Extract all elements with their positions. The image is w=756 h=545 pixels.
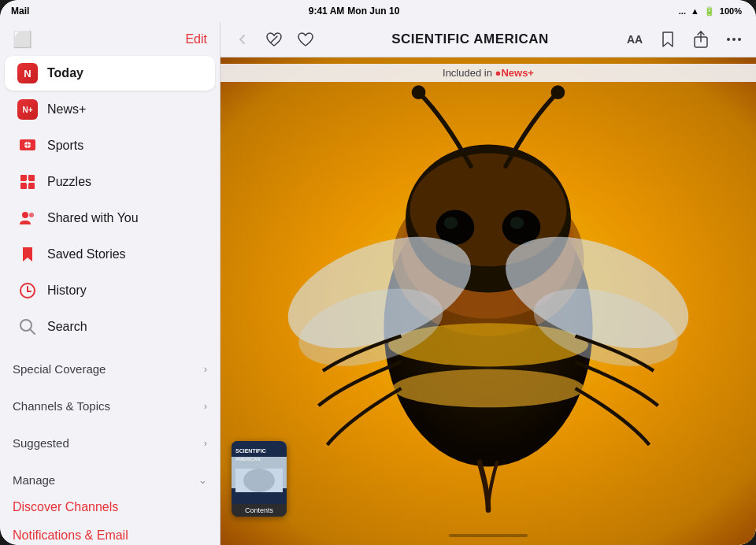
channels-topics-header[interactable]: Channels & Topics ›	[0, 391, 220, 419]
battery-icon: 🔋	[704, 6, 715, 17]
special-coverage-chevron: ›	[204, 363, 207, 375]
svg-point-33	[551, 85, 565, 99]
svg-point-18	[738, 38, 741, 41]
history-icon	[17, 280, 38, 301]
suggested-header[interactable]: Suggested ›	[0, 428, 220, 456]
sidebar-item-today[interactable]: N Today	[5, 56, 215, 91]
sidebar-item-today-label: Today	[47, 66, 83, 80]
bookmark-button[interactable]	[657, 28, 679, 50]
main-content: ⬜ Edit N Today N+ News+	[0, 22, 756, 545]
article-nav-left	[232, 28, 317, 50]
special-coverage-header[interactable]: Special Coverage ›	[0, 354, 220, 382]
sidebar-item-newsplus[interactable]: N+ News+	[5, 92, 215, 127]
search-icon	[17, 317, 38, 337]
saved-stories-icon	[17, 244, 38, 265]
sidebar-item-sports-label: Sports	[47, 139, 83, 153]
svg-point-32	[412, 85, 426, 99]
notifications-email-item[interactable]: Notifications & Email	[0, 521, 220, 545]
article-image: Included in ●News+ SCIENTIFIC AMERICAN	[220, 57, 756, 545]
back-button[interactable]	[232, 28, 254, 50]
wifi-icon: ▲	[691, 6, 699, 16]
news-plus-text: Included in	[443, 67, 492, 79]
edit-button[interactable]: Edit	[185, 32, 207, 46]
svg-point-25	[392, 369, 584, 408]
svg-rect-5	[28, 175, 35, 181]
svg-rect-8	[26, 180, 29, 184]
svg-rect-6	[20, 183, 27, 189]
more-button[interactable]	[723, 28, 745, 50]
article-body[interactable]: Included in ●News+ SCIENTIFIC AMERICAN	[220, 57, 756, 545]
news-plus-logo: ●News+	[495, 67, 534, 79]
article-nav-right: AA	[624, 28, 745, 50]
status-left: Mail	[11, 6, 29, 17]
font-size-label: AA	[627, 33, 643, 46]
manage-chevron: ⌄	[198, 474, 207, 486]
article-publication: Scientific American	[391, 32, 549, 46]
like-button[interactable]	[295, 28, 317, 50]
article-title-area: Scientific American	[317, 32, 624, 47]
sidebar: ⬜ Edit N Today N+ News+	[0, 22, 220, 545]
sidebar-item-history[interactable]: History	[5, 273, 215, 308]
dislike-button[interactable]	[263, 28, 285, 50]
svg-point-16	[727, 38, 730, 41]
discover-channels-label: Discover Channels	[13, 500, 118, 513]
status-date: Mon Jun 10	[347, 6, 399, 17]
svg-point-17	[732, 38, 736, 41]
special-coverage-label: Special Coverage	[13, 362, 106, 376]
status-bar: Mail 9:41 AM Mon Jun 10 ... ▲ 🔋 100%	[0, 0, 756, 22]
scroll-indicator	[449, 534, 528, 537]
svg-text:AMERICAN: AMERICAN	[235, 457, 261, 462]
puzzles-icon	[17, 172, 38, 192]
status-center: 9:41 AM Mon Jun 10	[309, 6, 400, 17]
channels-topics-chevron: ›	[204, 400, 207, 412]
suggested-chevron: ›	[204, 437, 207, 449]
sidebar-header: ⬜ Edit	[0, 22, 220, 55]
sidebar-item-saved-label: Saved Stories	[47, 247, 126, 261]
sidebar-item-puzzles-label: Puzzles	[47, 175, 91, 189]
shared-with-you-icon	[17, 208, 38, 228]
status-dots: ...	[679, 6, 686, 16]
sidebar-item-search[interactable]: Search	[5, 310, 215, 344]
bee-background	[220, 57, 756, 545]
svg-point-30	[444, 217, 458, 228]
font-size-button[interactable]: AA	[624, 28, 646, 50]
sidebar-item-history-label: History	[47, 284, 87, 298]
manage-header[interactable]: Manage ⌄	[0, 465, 220, 493]
thumbnail-overlay[interactable]: SCIENTIFIC AMERICAN Contents	[232, 441, 287, 517]
status-time: 9:41 AM	[309, 6, 345, 17]
share-button[interactable]	[690, 28, 712, 50]
svg-rect-7	[28, 183, 35, 189]
status-app: Mail	[11, 6, 29, 17]
thumbnail-image: SCIENTIFIC AMERICAN	[232, 441, 287, 504]
sidebar-item-search-label: Search	[47, 320, 87, 334]
battery-percent: 100%	[720, 6, 742, 16]
manage-label: Manage	[13, 473, 55, 487]
thumbnail-label: Contents	[232, 504, 287, 517]
sidebar-item-puzzles[interactable]: Puzzles	[5, 165, 215, 199]
article-area: Scientific American AA	[220, 22, 756, 545]
svg-point-43	[243, 469, 275, 492]
svg-rect-4	[20, 175, 27, 181]
suggested-label: Suggested	[13, 436, 69, 450]
svg-point-31	[510, 217, 524, 228]
folder-icon: ⬜	[13, 30, 32, 49]
sidebar-item-saved[interactable]: Saved Stories	[5, 237, 215, 272]
sidebar-item-newsplus-label: News+	[47, 102, 86, 117]
sidebar-item-sports[interactable]: Sports	[5, 128, 215, 163]
sidebar-item-shared[interactable]: Shared with You	[5, 201, 215, 235]
sidebar-item-shared-label: Shared with You	[47, 211, 139, 225]
svg-text:SCIENTIFIC: SCIENTIFIC	[235, 448, 266, 454]
status-right: ... ▲ 🔋 100%	[679, 6, 742, 17]
svg-line-14	[271, 36, 277, 43]
notifications-email-label: Notifications & Email	[13, 528, 128, 542]
sports-icon	[17, 135, 38, 156]
svg-point-10	[29, 213, 34, 217]
discover-channels-item[interactable]: Discover Channels	[0, 493, 220, 521]
svg-line-13	[30, 329, 35, 334]
device-frame: Mail 9:41 AM Mon Jun 10 ... ▲ 🔋 100% ⬜ E…	[0, 0, 756, 545]
news-plus-badge: Included in ●News+	[220, 64, 756, 82]
article-header: Scientific American AA	[220, 22, 756, 57]
svg-point-9	[22, 212, 28, 218]
channels-topics-label: Channels & Topics	[13, 399, 110, 413]
today-icon: N	[17, 63, 38, 83]
